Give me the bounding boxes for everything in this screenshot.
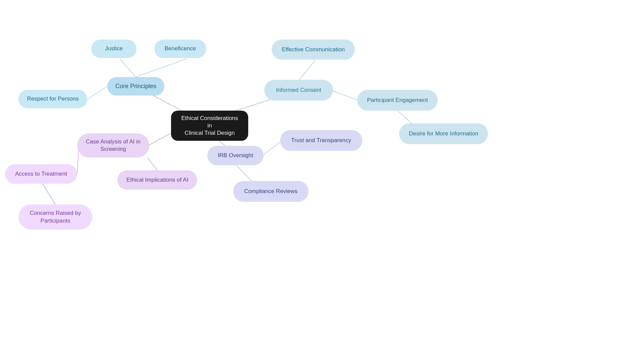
svg-line-14 bbox=[42, 183, 55, 204]
ethical-implications-label: Ethical Implications of AI bbox=[126, 176, 188, 184]
effective-communication-node: Effective Communication bbox=[272, 40, 355, 60]
trust-transparency-node: Trust and Transparency bbox=[280, 130, 362, 151]
svg-line-1 bbox=[120, 59, 136, 77]
svg-line-6 bbox=[332, 90, 359, 101]
justice-node: Justice bbox=[91, 40, 137, 58]
informed-consent-node: Informed Consent bbox=[264, 80, 333, 101]
center-label: Ethical Considerations in Clinical Trial… bbox=[178, 115, 241, 137]
trust-transparency-label: Trust and Transparency bbox=[291, 137, 351, 144]
desire-more-info-label: Desire for More Information bbox=[409, 130, 478, 137]
svg-line-12 bbox=[148, 158, 158, 171]
respect-for-persons-node: Respect for Persons bbox=[18, 90, 87, 108]
irb-oversight-label: IRB Oversight bbox=[218, 152, 253, 159]
access-to-treatment-node: Access to Treatment bbox=[5, 164, 77, 184]
concerns-raised-label: Concerns Raised by Participants bbox=[30, 209, 81, 224]
justice-label: Justice bbox=[105, 45, 123, 52]
center-node: Ethical Considerations in Clinical Trial… bbox=[171, 111, 248, 141]
informed-consent-label: Informed Consent bbox=[276, 86, 321, 94]
beneficence-node: Beneficence bbox=[154, 40, 206, 58]
participant-engagement-node: Participant Engagement bbox=[357, 90, 438, 111]
svg-line-11 bbox=[148, 133, 171, 146]
core-principles-label: Core Principles bbox=[115, 82, 156, 90]
svg-line-2 bbox=[136, 59, 187, 77]
desire-more-info-node: Desire for More Information bbox=[399, 123, 488, 144]
svg-line-3 bbox=[87, 86, 107, 100]
participant-engagement-label: Participant Engagement bbox=[367, 97, 428, 104]
case-analysis-node: Case Analysis of AI in Screening bbox=[77, 133, 149, 158]
compliance-reviews-label: Compliance Reviews bbox=[244, 188, 298, 195]
case-analysis-label: Case Analysis of AI in Screening bbox=[86, 138, 141, 153]
svg-line-7 bbox=[397, 111, 413, 124]
ethical-implications-node: Ethical Implications of AI bbox=[117, 170, 197, 190]
irb-oversight-node: IRB Oversight bbox=[207, 146, 264, 165]
svg-line-5 bbox=[299, 60, 315, 80]
respect-label: Respect for Persons bbox=[27, 95, 78, 103]
access-treatment-label: Access to Treatment bbox=[15, 170, 67, 178]
core-principles-node: Core Principles bbox=[107, 77, 164, 96]
concerns-raised-node: Concerns Raised by Participants bbox=[18, 204, 92, 230]
effective-comm-label: Effective Communication bbox=[282, 46, 345, 53]
compliance-reviews-node: Compliance Reviews bbox=[233, 181, 309, 202]
svg-line-10 bbox=[235, 164, 252, 181]
beneficence-label: Beneficence bbox=[165, 45, 196, 52]
svg-line-9 bbox=[263, 141, 282, 155]
